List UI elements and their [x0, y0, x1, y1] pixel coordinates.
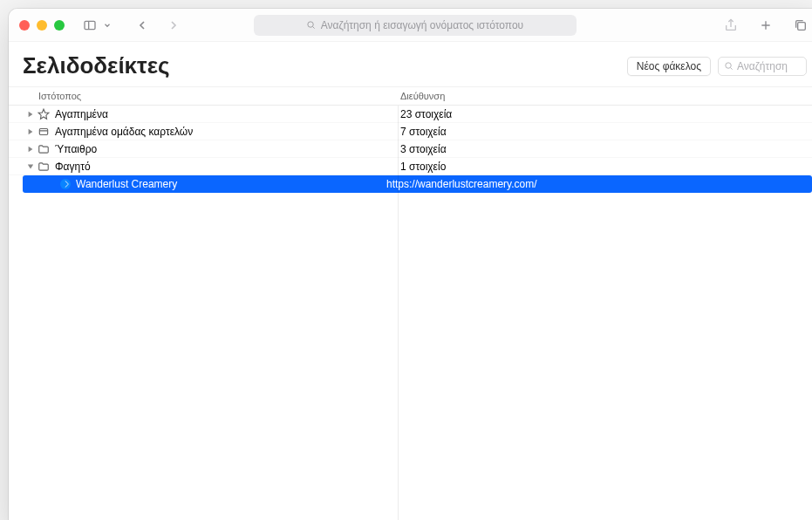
close-window-button[interactable]: [19, 20, 30, 31]
svg-line-3: [312, 27, 314, 29]
bookmark-address: 23 στοιχεία: [399, 108, 812, 120]
svg-line-9: [731, 68, 733, 70]
svg-marker-16: [28, 164, 33, 168]
bookmark-folder-row[interactable]: Φαγητό 1 στοιχείο: [9, 158, 812, 175]
window-controls: [19, 20, 65, 31]
bookmark-label: Ύπαιθρο: [55, 143, 97, 155]
disclosure-triangle-icon[interactable]: [26, 163, 35, 170]
favicon-icon: [60, 179, 71, 189]
bookmark-folder-row[interactable]: Ύπαιθρο 3 στοιχεία: [9, 140, 812, 158]
svg-rect-7: [798, 22, 806, 30]
titlebar: Αναζήτηση ή εισαγωγή ονόματος ιστότοπου: [9, 9, 812, 42]
back-button[interactable]: [133, 16, 152, 35]
bookmark-label: Αγαπημένα ομάδας καρτελών: [55, 126, 193, 138]
bookmark-label: Φαγητό: [55, 161, 91, 173]
content-header: Σελιδοδείκτες Νέος φάκελος Αναζήτηση: [9, 42, 812, 86]
forward-button[interactable]: [164, 16, 183, 35]
column-header-site[interactable]: Ιστότοπος: [38, 91, 399, 101]
address-bar-placeholder: Αναζήτηση ή εισαγωγή ονόματος ιστότοπου: [321, 19, 523, 31]
address-bar-container: Αναζήτηση ή εισαγωγή ονόματος ιστότοπου: [254, 15, 577, 36]
svg-marker-10: [29, 111, 33, 116]
bookmark-address: https://wanderlustcreamery.com/: [385, 178, 812, 190]
tab-group-icon: [38, 126, 50, 138]
svg-rect-13: [39, 128, 47, 134]
bookmark-address: 3 στοιχεία: [399, 143, 812, 155]
toolbar-right: [721, 16, 810, 35]
bookmark-label: Αγαπημένα: [55, 108, 108, 120]
minimize-window-button[interactable]: [37, 20, 47, 31]
folder-icon: [38, 143, 50, 155]
tabs-overview-button[interactable]: [791, 16, 810, 35]
bookmarks-search-input[interactable]: Αναζήτηση: [718, 57, 807, 76]
svg-marker-11: [38, 109, 49, 119]
toolbar-left: [80, 16, 183, 35]
bookmark-item-row[interactable]: Wanderlust Creamery https://wanderlustcr…: [23, 175, 812, 193]
share-button[interactable]: [721, 16, 740, 35]
disclosure-triangle-icon[interactable]: [26, 146, 35, 153]
column-divider[interactable]: [398, 106, 399, 520]
svg-point-8: [726, 63, 731, 68]
zoom-window-button[interactable]: [54, 20, 65, 31]
disclosure-triangle-icon[interactable]: [26, 111, 35, 118]
new-folder-button[interactable]: Νέος φάκελος: [627, 57, 711, 76]
svg-marker-15: [29, 146, 33, 151]
address-bar[interactable]: Αναζήτηση ή εισαγωγή ονόματος ιστότοπου: [254, 15, 577, 36]
disclosure-triangle-icon[interactable]: [26, 128, 35, 135]
search-icon: [306, 20, 316, 30]
sidebar-toggle-button[interactable]: [80, 16, 99, 35]
column-header-address[interactable]: Διεύθυνση: [399, 91, 812, 101]
bookmark-folder-row[interactable]: Αγαπημένα 23 στοιχεία: [9, 106, 812, 123]
bookmark-address: 7 στοιχεία: [399, 126, 812, 138]
sidebar-menu-chevron[interactable]: [103, 16, 112, 35]
bookmark-address: 1 στοιχείο: [399, 161, 812, 173]
search-icon: [724, 61, 734, 71]
page-title: Σελιδοδείκτες: [23, 52, 170, 79]
bookmarks-list: Αγαπημένα 23 στοιχεία Αγαπημένα ομάδας κ…: [9, 106, 812, 520]
new-tab-button[interactable]: [756, 16, 775, 35]
column-headers: Ιστότοπος Διεύθυνση: [9, 86, 812, 106]
safari-window: Αναζήτηση ή εισαγωγή ονόματος ιστότοπου …: [9, 9, 812, 520]
svg-rect-0: [85, 21, 95, 29]
nav-buttons: [133, 16, 183, 35]
svg-point-2: [308, 22, 313, 27]
search-placeholder: Αναζήτηση: [737, 60, 788, 72]
bookmark-folder-row[interactable]: Αγαπημένα ομάδας καρτελών 7 στοιχεία: [9, 123, 812, 140]
svg-marker-12: [29, 128, 33, 133]
bookmark-label: Wanderlust Creamery: [76, 178, 177, 190]
folder-icon: [38, 161, 50, 173]
star-icon: [38, 108, 50, 120]
header-actions: Νέος φάκελος Αναζήτηση: [627, 57, 807, 76]
